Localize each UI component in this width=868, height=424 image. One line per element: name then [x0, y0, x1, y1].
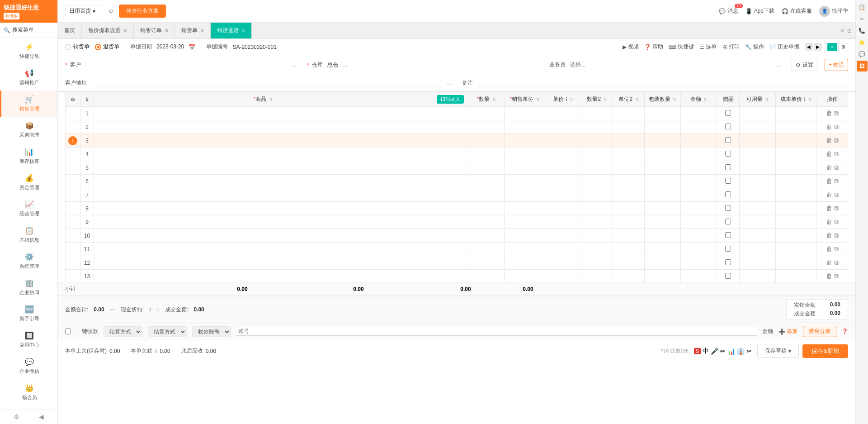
collapse-icon[interactable]: ◀ [39, 413, 44, 420]
product-cell-7[interactable] [94, 188, 432, 202]
amount-cell-7[interactable] [681, 188, 717, 202]
qty-cell-5[interactable] [468, 161, 505, 175]
qty-cell-9[interactable] [468, 215, 505, 229]
delete-icon-13[interactable]: 🗑 [826, 272, 832, 280]
tool2-icon[interactable]: 🎤 [711, 348, 718, 355]
product-input-6[interactable] [97, 178, 429, 185]
col-gear-header[interactable]: ⚙ [66, 92, 80, 107]
unit-input-13[interactable] [507, 273, 542, 280]
qty-input-11[interactable] [471, 246, 501, 252]
right-icon-5[interactable]: 💬 [857, 49, 868, 60]
unit-cell-5[interactable] [505, 161, 545, 175]
copy-icon-10[interactable]: ⧉ [834, 232, 839, 239]
qty-cell-3[interactable] [468, 134, 505, 148]
save-new-button[interactable]: 保存&新增 [802, 344, 848, 358]
col-settings-button[interactable]: ⚙ 设置 [792, 59, 817, 71]
sidebar-item-basic[interactable]: 📋 基础信息 [0, 222, 57, 248]
user-menu[interactable]: 👤 徐泽华 [819, 6, 848, 17]
unit-input-1[interactable] [507, 110, 542, 117]
cost-cell-4[interactable] [776, 148, 816, 161]
qty-cell-10[interactable] [468, 229, 505, 243]
calendar-icon[interactable]: 📅 [189, 44, 195, 50]
address-input[interactable] [90, 79, 442, 87]
product-input-5[interactable] [97, 165, 429, 171]
amount-cell-13[interactable] [681, 270, 717, 282]
product-input-10[interactable] [97, 233, 429, 239]
sort-unit-icon[interactable]: ⇅ [536, 97, 540, 102]
qty2-cell-11[interactable] [581, 243, 613, 256]
copy-icon-8[interactable]: ⧉ [834, 205, 839, 212]
radio-sales[interactable]: 销货单 [65, 43, 90, 51]
trial-plan-button[interactable]: 体验行业方案 [119, 5, 166, 18]
cost-cell-3[interactable] [776, 134, 816, 148]
gift-cell-1[interactable] [717, 107, 740, 120]
prev-doc-button[interactable]: ◀ [805, 43, 813, 51]
qty-cell-2[interactable] [468, 120, 505, 134]
tab-sales-order-close[interactable]: ✕ [165, 28, 168, 33]
gift-checkbox-13[interactable] [725, 273, 731, 279]
copy-icon-6[interactable]: ⧉ [834, 177, 839, 185]
pack-cell-12[interactable] [645, 256, 681, 270]
warehouse-ellipsis-button[interactable]: ... [343, 62, 347, 68]
available-cell-6[interactable] [740, 175, 776, 188]
search-menu-item[interactable]: 🔍 搜索菜单 [0, 23, 57, 38]
gift-checkbox-4[interactable] [725, 151, 731, 157]
sidebar-item-marketing[interactable]: 📢 营销推广 [0, 64, 57, 91]
sort-product-icon[interactable]: ⇅ [269, 97, 273, 102]
amount-cell-12[interactable] [681, 256, 717, 270]
qty-cell-1[interactable] [468, 107, 505, 120]
unit-input-11[interactable] [507, 246, 542, 252]
pack-cell-6[interactable] [645, 175, 681, 188]
product-input-11[interactable] [97, 246, 429, 252]
product-cell-2[interactable] [94, 120, 432, 134]
available-cell-9[interactable] [740, 215, 776, 229]
unit2-cell-3[interactable] [613, 134, 645, 148]
calc-method-select[interactable]: 结算方式 [148, 326, 187, 337]
qty-input-4[interactable] [471, 151, 501, 157]
pack-cell-13[interactable] [645, 270, 681, 282]
copy-icon-13[interactable]: ⧉ [834, 272, 839, 280]
available-cell-11[interactable] [740, 243, 776, 256]
qty2-cell-7[interactable] [581, 188, 613, 202]
unit2-cell-11[interactable] [613, 243, 645, 256]
address-ellipsis-button[interactable]: ... [447, 80, 451, 86]
gift-checkbox-6[interactable] [725, 178, 731, 184]
price-cell-11[interactable] [545, 243, 581, 256]
qty-cell-13[interactable] [468, 270, 505, 282]
product-cell-6[interactable] [94, 175, 432, 188]
pack-cell-8[interactable] [645, 202, 681, 215]
product-input-13[interactable] [97, 273, 429, 280]
product-cell-3[interactable] [94, 134, 432, 148]
sidebar-item-system[interactable]: ⚙️ 系统管理 [0, 248, 57, 274]
copy-icon-3[interactable]: ⧉ [834, 137, 839, 144]
amount-cell-9[interactable] [681, 215, 717, 229]
qty-cell-8[interactable] [468, 202, 505, 215]
history-button[interactable]: 📄 历史单据 [769, 43, 799, 51]
amount-cell-10[interactable] [681, 229, 717, 243]
tab-sales[interactable]: 销货单 ✕ [175, 23, 211, 38]
cost-cell-6[interactable] [776, 175, 816, 188]
unit2-cell-7[interactable] [613, 188, 645, 202]
cost-cell-5[interactable] [776, 161, 816, 175]
price-cell-7[interactable] [545, 188, 581, 202]
product-cell-8[interactable] [94, 202, 432, 215]
price-cell-1[interactable] [545, 107, 581, 120]
unit-input-5[interactable] [507, 165, 542, 171]
delete-icon-4[interactable]: 🗑 [826, 150, 832, 158]
remark-input[interactable] [476, 79, 848, 87]
pack-cell-4[interactable] [645, 148, 681, 161]
sidebar-item-operations[interactable]: 📈 经营管理 [0, 195, 57, 222]
qty2-cell-1[interactable] [581, 107, 613, 120]
tab-sales-return[interactable]: 销货退货 ✕ [211, 23, 252, 38]
sort-qty-icon[interactable]: ⇅ [492, 97, 496, 102]
settings-bottom-icon[interactable]: ⚙ [14, 413, 19, 420]
product-input-9[interactable] [97, 219, 429, 225]
price-cell-6[interactable] [545, 175, 581, 188]
available-cell-10[interactable] [740, 229, 776, 243]
tool4-icon[interactable]: 📊 [727, 348, 735, 355]
app-download-button[interactable]: 📱 App下载 [745, 7, 774, 15]
amount-cell-2[interactable] [681, 120, 717, 134]
gift-cell-5[interactable] [717, 161, 740, 175]
scan-button[interactable]: 扫码录入 [437, 95, 464, 104]
unit-input-7[interactable] [507, 192, 542, 198]
